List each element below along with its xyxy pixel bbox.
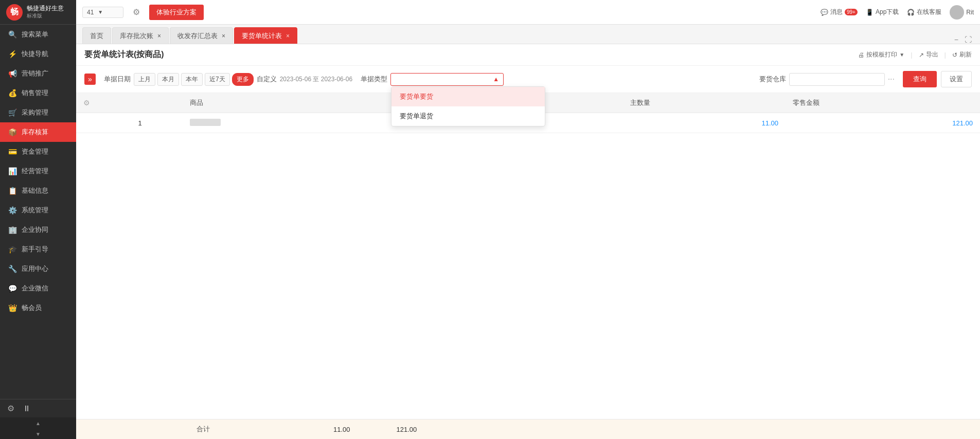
td-amount: 121.00 <box>786 113 980 133</box>
sidebar-item-sales[interactable]: 💰 销售管理 <box>0 83 76 103</box>
table-container: ⚙ 商品 主计量单位 主数量 零售金额 1 <box>76 93 980 419</box>
sidebar-item-marketing[interactable]: 📢 营销推广 <box>0 64 76 83</box>
th-settings: ⚙ <box>76 93 97 113</box>
sidebar-item-apps-label: 应用中心 <box>22 264 48 273</box>
type-select-arrow-icon: ▲ <box>493 76 499 83</box>
expand-icon: » <box>88 75 92 83</box>
amount-link[interactable]: 121.00 <box>952 119 973 127</box>
sidebar-item-quicknav[interactable]: ⚡ 快捷导航 <box>0 44 76 64</box>
type-select[interactable]: ▲ 要货单要货 要货单退货 <box>390 73 504 86</box>
sidebar-item-wechat-label: 企业微信 <box>22 284 48 293</box>
service-icon: 🎧 <box>907 9 915 16</box>
type-select-value <box>395 76 493 83</box>
sidebar-bottom: ⚙ ⏸ <box>0 399 76 417</box>
print-icon: 🖨 <box>858 51 864 59</box>
sidebar-item-purchase[interactable]: 🛒 采购管理 <box>0 103 76 122</box>
online-service-item[interactable]: 🎧 在线客服 <box>907 8 941 16</box>
app-download-item[interactable]: 📱 App下载 <box>866 8 899 16</box>
trial-button[interactable]: 体验行业方案 <box>149 5 204 20</box>
settings-button[interactable]: 设置 <box>941 71 972 87</box>
sidebar-scroll-up[interactable]: ▲ <box>0 417 76 428</box>
filter-warehouse-group: 要货仓库 ··· <box>759 73 895 86</box>
column-settings-icon[interactable]: ⚙ <box>83 99 90 107</box>
sidebar-collapse-icon[interactable]: ⏸ <box>23 404 31 413</box>
filter-expand-btn[interactable]: » <box>84 74 96 85</box>
date-range-display: 2023-05-06 至 2023-06-06 <box>280 75 352 84</box>
sidebar-item-wechat[interactable]: 💬 企业微信 <box>0 279 76 298</box>
th-quantity: 主数量 <box>623 93 786 113</box>
topbar-right: 💬 消息 99+ 📱 App下载 🎧 在线客服 Rit <box>821 5 974 20</box>
sales-icon: 💰 <box>7 89 17 97</box>
table-footer: 合计 11.00 121.00 <box>76 419 980 439</box>
sidebar-item-system[interactable]: ⚙️ 系统管理 <box>0 200 76 220</box>
marketing-icon: 📢 <box>7 69 17 78</box>
sidebar-settings-icon[interactable]: ⚙ <box>7 404 14 413</box>
type-dropdown: 要货单要货 要货单退货 <box>391 86 545 126</box>
tab-order-summary[interactable]: 要货单统计表 × <box>234 27 297 44</box>
filter-more-icon[interactable]: ··· <box>888 75 895 84</box>
sidebar-item-guide[interactable]: 🎓 新手引导 <box>0 240 76 259</box>
logo-subtitle: 标准版 <box>27 12 64 20</box>
sidebar-item-sales-label: 销售管理 <box>22 88 48 98</box>
warehouse-input[interactable] <box>789 73 885 86</box>
date-btn-7days[interactable]: 近7天 <box>205 73 230 86</box>
dropdown-option-return[interactable]: 要货单退货 <box>391 106 545 126</box>
sidebar-item-inventory-label: 库存核算 <box>22 127 48 137</box>
tab-minimize-icon[interactable]: − <box>952 35 960 44</box>
print-template-label: 按模板打印 <box>866 50 897 59</box>
tab-maximize-icon[interactable]: ⛶ <box>963 35 974 44</box>
tab-collection-summary-label: 收发存汇总表 <box>177 31 218 41</box>
finance-icon: 💳 <box>7 148 17 156</box>
tab-collection-summary[interactable]: 收发存汇总表 × <box>170 27 233 44</box>
query-button[interactable]: 查询 <box>903 71 937 87</box>
search-icon: 🔍 <box>7 30 17 39</box>
sidebar-item-apps[interactable]: 🔧 应用中心 <box>0 259 76 279</box>
export-icon: ↗ <box>919 51 924 59</box>
quantity-link[interactable]: 11.00 <box>761 119 778 127</box>
tab-home[interactable]: 首页 <box>82 27 111 44</box>
dropdown-option-order[interactable]: 要货单要货 <box>391 87 545 106</box>
tab-order-summary-close[interactable]: × <box>286 32 290 40</box>
guide-icon: 🎓 <box>7 245 17 253</box>
member-icon: 👑 <box>7 304 17 312</box>
tab-inventory-batch[interactable]: 库存批次账 × <box>112 27 169 44</box>
sidebar-item-operation[interactable]: 📊 经营管理 <box>0 161 76 181</box>
sidebar-item-marketing-label: 营销推广 <box>22 69 48 78</box>
chevron-down-icon: ▼ <box>98 9 103 15</box>
sidebar-item-basic[interactable]: 📋 基础信息 <box>0 181 76 200</box>
sidebar-item-guide-label: 新手引导 <box>22 245 48 254</box>
filter-bar: » 单据日期 上月 本月 本年 近7天 更多 自定义 2023-05-06 至 … <box>76 66 980 93</box>
company-selector[interactable]: 41 ▼ <box>82 7 123 18</box>
date-btn-this-month[interactable]: 本月 <box>157 73 179 86</box>
sidebar-nav: 🔍 搜索菜单 ⚡ 快捷导航 📢 营销推广 💰 销售管理 🛒 采购管理 📦 库存核… <box>0 25 76 399</box>
footer-amount: 121.00 <box>397 426 417 433</box>
export-btn[interactable]: ↗ 导出 <box>919 50 938 59</box>
purchase-icon: 🛒 <box>7 108 17 117</box>
date-btn-this-year[interactable]: 本年 <box>181 73 203 86</box>
sidebar-item-finance-label: 资金管理 <box>22 147 48 156</box>
tab-inventory-batch-close[interactable]: × <box>157 32 161 40</box>
sidebar-item-finance[interactable]: 💳 资金管理 <box>0 142 76 161</box>
messages-item[interactable]: 💬 消息 99+ <box>821 8 858 16</box>
sidebar-item-search[interactable]: 🔍 搜索菜单 <box>0 25 76 44</box>
date-btn-last-month[interactable]: 上月 <box>134 73 155 86</box>
footer-quantity: 11.00 <box>333 426 350 433</box>
refresh-btn[interactable]: ↺ 刷新 <box>952 50 972 59</box>
tab-collection-summary-close[interactable]: × <box>222 32 225 40</box>
company-selector-value: 41 <box>87 9 94 16</box>
sidebar-item-inventory[interactable]: 📦 库存核算 <box>0 122 76 142</box>
td-quantity: 11.00 <box>623 113 786 133</box>
sidebar-item-member[interactable]: 👑 畅会员 <box>0 298 76 318</box>
export-label: 导出 <box>926 50 938 59</box>
enterprise-icon: 🏢 <box>7 226 17 234</box>
tab-home-label: 首页 <box>90 31 103 41</box>
topbar-gear-icon[interactable]: ⚙ <box>133 7 140 17</box>
user-name: Rit <box>966 9 974 16</box>
date-btn-more[interactable]: 更多 <box>232 73 254 86</box>
sidebar-item-enterprise[interactable]: 🏢 企业协同 <box>0 220 76 240</box>
footer-label: 合计 <box>197 425 210 434</box>
user-avatar-area[interactable]: Rit <box>950 5 974 20</box>
sidebar-scroll-down[interactable]: ▼ <box>0 428 76 439</box>
print-template-btn[interactable]: 🖨 按模板打印 ▼ <box>858 50 904 59</box>
quicknav-icon: ⚡ <box>7 50 17 58</box>
